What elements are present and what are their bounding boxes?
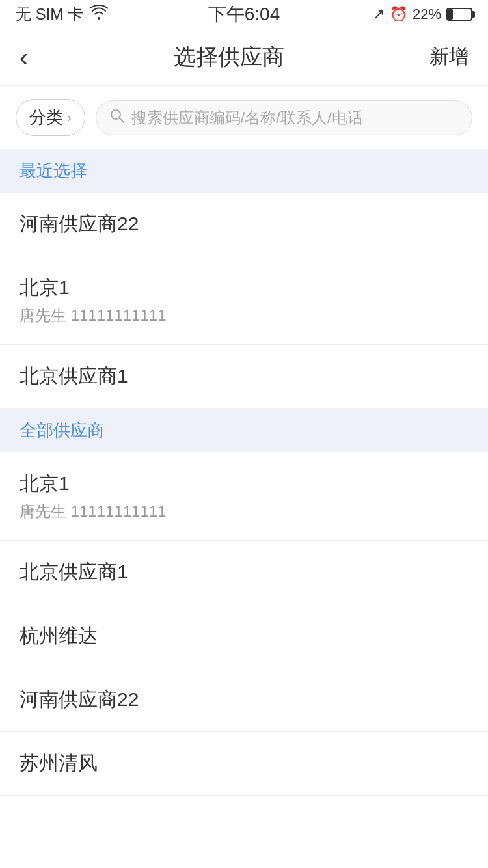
all-item-name-2: 杭州维达 xyxy=(20,623,468,649)
wifi-icon xyxy=(90,5,108,23)
all-item-0[interactable]: 北京1 唐先生 11111111111 xyxy=(0,452,488,541)
all-item-4[interactable]: 苏州清风 xyxy=(0,732,488,796)
battery-percent: 22% xyxy=(413,6,441,23)
status-left: 无 SIM 卡 xyxy=(16,4,108,25)
recent-item-sub-1: 唐先生 11111111111 xyxy=(20,305,468,326)
search-placeholder: 搜索供应商编码/名称/联系人/电话 xyxy=(131,107,363,128)
search-bar[interactable]: 搜索供应商编码/名称/联系人/电话 xyxy=(96,100,472,135)
recent-item-0[interactable]: 河南供应商22 xyxy=(0,193,488,256)
alarm-icon: ⏰ xyxy=(390,6,407,23)
chevron-right-icon: › xyxy=(67,110,72,125)
all-item-2[interactable]: 杭州维达 xyxy=(0,604,488,668)
recent-item-1[interactable]: 北京1 唐先生 11111111111 xyxy=(0,256,488,345)
all-item-name-0: 北京1 xyxy=(20,470,468,497)
all-item-name-1: 北京供应商1 xyxy=(20,559,468,586)
all-item-name-4: 苏州清风 xyxy=(20,750,468,777)
recent-section-header: 最近选择 xyxy=(0,149,488,193)
nav-bar: ‹ 选择供应商 新增 xyxy=(0,29,488,86)
status-time: 下午6:04 xyxy=(208,2,280,27)
recent-item-name-2: 北京供应商1 xyxy=(20,363,468,390)
filter-bar: 分类 › 搜索供应商编码/名称/联系人/电话 xyxy=(0,86,488,149)
recent-item-name-1: 北京1 xyxy=(20,275,468,301)
page-title: 选择供应商 xyxy=(174,42,284,72)
all-item-3[interactable]: 河南供应商22 xyxy=(0,668,488,732)
recent-item-name-0: 河南供应商22 xyxy=(20,211,468,237)
add-button[interactable]: 新增 xyxy=(429,44,468,70)
all-section-header: 全部供应商 xyxy=(0,409,488,452)
location-icon: ↗ xyxy=(373,6,385,23)
search-icon xyxy=(109,108,125,128)
back-button[interactable]: ‹ xyxy=(20,44,28,70)
category-button[interactable]: 分类 › xyxy=(16,99,85,136)
all-list: 北京1 唐先生 11111111111 北京供应商1 杭州维达 河南供应商22 … xyxy=(0,452,488,796)
recent-item-2[interactable]: 北京供应商1 xyxy=(0,345,488,409)
all-item-1[interactable]: 北京供应商1 xyxy=(0,541,488,604)
status-right: ↗ ⏰ 22% xyxy=(373,6,472,23)
all-item-name-3: 河南供应商22 xyxy=(20,686,468,713)
recent-list: 河南供应商22 北京1 唐先生 11111111111 北京供应商1 xyxy=(0,193,488,409)
svg-line-1 xyxy=(119,118,124,122)
category-label: 分类 xyxy=(29,106,63,129)
sim-label: 无 SIM 卡 xyxy=(16,4,83,25)
status-bar: 无 SIM 卡 下午6:04 ↗ ⏰ 22% xyxy=(0,0,488,29)
battery-icon xyxy=(446,8,472,21)
all-item-sub-0: 唐先生 11111111111 xyxy=(20,501,468,522)
